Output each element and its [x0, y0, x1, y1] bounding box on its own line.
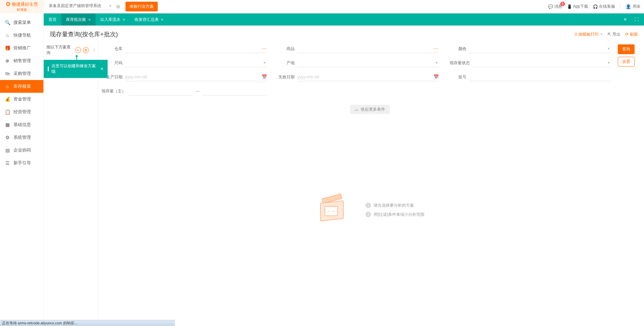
sidebar-item[interactable]: 📋经营管理	[0, 106, 43, 118]
sidebar-icon: ▤	[5, 148, 10, 153]
color-field[interactable]	[469, 46, 606, 51]
fullscreen-button[interactable]: ⛶	[633, 15, 641, 24]
gear-icon[interactable]: ⚙	[116, 4, 120, 9]
tab-home[interactable]: 首页	[44, 13, 61, 26]
sidebar-icon: ⌂	[5, 33, 10, 38]
chevron-down-icon[interactable]: ▼	[606, 61, 611, 65]
sidebar-item[interactable]: ⚙系统管理	[0, 131, 43, 144]
tab-close-button[interactable]: ✕	[161, 18, 163, 22]
sidebar-item[interactable]: ▤企业协同	[0, 144, 43, 157]
app-download-label: App下载	[573, 4, 588, 9]
prod-date-input[interactable]: 📅	[125, 73, 267, 81]
support-button[interactable]: 🎧 在线客服	[593, 4, 615, 9]
warehouse-input[interactable]: ⋯	[125, 44, 267, 53]
sidebar-item[interactable]: ⌂库存核算	[0, 80, 43, 93]
tab-close-button[interactable]: ✕	[88, 18, 91, 22]
sidebar-item[interactable]: ⌂快捷导航	[0, 29, 43, 42]
tab[interactable]: 收发存汇总表✕	[130, 13, 168, 26]
main: 首页 库存批次账✕出入库流水✕收发存汇总表✕ ✕ ⛶ 现存量查询(按仓库+批次)…	[44, 13, 644, 326]
print-template-button[interactable]: ⎙ 按模板打印 ▼	[575, 32, 603, 37]
range-separator: —	[193, 89, 202, 93]
expire-date-field[interactable]	[297, 75, 434, 79]
try-industry-button[interactable]: 体验行业方案	[125, 2, 158, 11]
batch-no-field[interactable]	[469, 75, 611, 79]
collapse-panel-button[interactable]: 《	[91, 48, 95, 53]
system-selector[interactable]: 装备及固定资产辅助管理系统 ▼	[49, 3, 113, 10]
fullscreen-icon: ⛶	[635, 17, 639, 22]
chevron-down-icon[interactable]: ▼	[606, 47, 611, 50]
search-button[interactable]: 查询	[618, 44, 635, 54]
sidebar-item-label: 资金管理	[13, 96, 31, 102]
sidebar-icon: 📋	[5, 109, 10, 115]
chat-icon: 💬	[548, 4, 553, 9]
sidebar-item[interactable]: 🔍搜索菜单	[0, 16, 43, 29]
chevron-down-icon[interactable]: ▼	[434, 61, 439, 65]
tab-close-button[interactable]: ✕	[122, 18, 125, 22]
collapse-conditions-button[interactable]: ︽ 收起更多条件	[350, 105, 390, 114]
qty-min-input[interactable]	[128, 87, 193, 95]
add-scheme-button[interactable]: +	[75, 47, 81, 53]
origin-field[interactable]	[297, 60, 434, 65]
empty-step-1: 1 请先选择要分析的方案	[366, 203, 424, 208]
step-number: 1	[366, 203, 371, 208]
sidebar-item-label: 系统管理	[13, 134, 31, 140]
sidebar-icon: ▦	[5, 122, 10, 127]
product-field[interactable]	[297, 46, 433, 51]
tab[interactable]: 出入库流水✕	[96, 13, 130, 26]
messages-button[interactable]: 💬 消息 6	[548, 4, 562, 9]
sidebar-item[interactable]: ⊕销售管理	[0, 54, 43, 67]
divider	[620, 4, 620, 9]
qty-min-field[interactable]	[128, 89, 193, 93]
more-icon[interactable]: ⋯	[261, 46, 267, 51]
expire-date-input[interactable]: 📅	[297, 73, 439, 81]
calendar-icon[interactable]: 📅	[433, 74, 439, 79]
sidebar-item[interactable]: 🛍采购管理	[0, 67, 43, 80]
stock-status-field[interactable]	[472, 60, 606, 65]
size-input[interactable]: ▼	[125, 58, 267, 67]
logo[interactable]: ʘ 畅捷通好生意 标准版	[0, 0, 44, 13]
calendar-icon[interactable]: 📅	[262, 74, 267, 79]
tooltip-close-button[interactable]: ✕	[100, 67, 104, 71]
sidebar-item[interactable]: ☰新手引导	[0, 157, 43, 169]
tabs-close-all-button[interactable]: ✕	[621, 15, 629, 24]
scheme-settings-button[interactable]: ⚙	[83, 47, 89, 53]
empty-illustration: – –	[315, 193, 355, 227]
sidebar-item[interactable]: ▦基础信息	[0, 118, 43, 131]
refresh-button[interactable]: ⟳ 刷新	[625, 32, 638, 37]
sidebar-item[interactable]: 💰资金管理	[0, 93, 43, 106]
label-color: 颜色	[446, 46, 469, 52]
app-download-button[interactable]: 📱 App下载	[567, 4, 588, 9]
refresh-icon: ⟳	[625, 32, 629, 37]
qty-max-field[interactable]	[202, 89, 267, 93]
export-icon: ⇱	[608, 32, 611, 37]
product-input[interactable]: ⋯	[297, 44, 439, 53]
batch-no-input[interactable]	[469, 73, 611, 81]
label-qty-main: 现存量（主）	[102, 88, 128, 94]
warehouse-field[interactable]	[125, 46, 261, 51]
sidebar-item-label: 企业协同	[13, 147, 31, 153]
empty-line-2: 用[过滤]条件来缩小分析范围	[374, 212, 424, 217]
size-field[interactable]	[125, 60, 262, 65]
logo-icon: ʘ	[6, 1, 10, 7]
sidebar-item-label: 搜索菜单	[13, 19, 31, 26]
settings-button[interactable]: 设置	[618, 57, 635, 67]
color-input[interactable]: ▼	[469, 44, 611, 53]
sidebar-item-label: 销售管理	[13, 58, 31, 64]
support-label: 在线客服	[599, 4, 615, 9]
tab[interactable]: 库存批次账✕	[61, 13, 96, 26]
origin-input[interactable]: ▼	[297, 58, 439, 67]
more-icon[interactable]: ⋯	[433, 46, 439, 51]
label-stock-status: 现存量状态	[446, 60, 472, 66]
sidebar-item-label: 营销推广	[13, 45, 31, 51]
chevron-down-icon[interactable]: ▼	[262, 61, 267, 65]
empty-step-2: 2 用[过滤]条件来缩小分析范围	[366, 212, 424, 217]
export-button[interactable]: ⇱ 导出	[608, 32, 620, 37]
label-batch-no: 批号	[446, 74, 469, 80]
sidebar-item[interactable]: 🎁营销推广	[0, 42, 43, 54]
qty-max-input[interactable]	[202, 87, 267, 95]
user-menu[interactable]: 👤 用友	[625, 3, 641, 10]
stock-status-input[interactable]: ▼	[472, 58, 611, 67]
top-right: 💬 消息 6 📱 App下载 🎧 在线客服 👤 用友	[548, 3, 641, 10]
empty-line-1: 请先选择要分析的方案	[374, 203, 414, 208]
prod-date-field[interactable]	[125, 75, 262, 79]
